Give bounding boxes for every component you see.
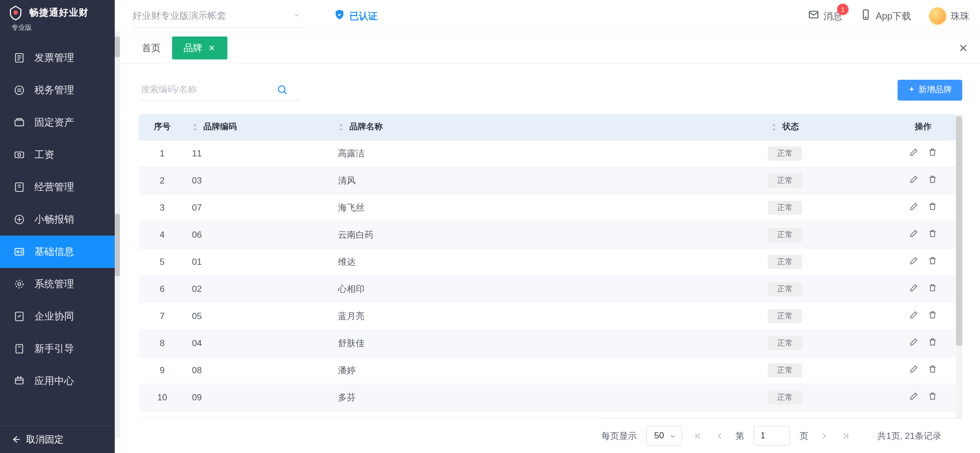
cell-code: 08 [186, 357, 332, 384]
svg-point-16 [20, 377, 21, 378]
status-badge: 正常 [768, 309, 802, 323]
delete-icon[interactable] [928, 337, 937, 349]
pagination: 每页显示 50 第 页 [601, 418, 962, 453]
per-page-select[interactable]: 50 [646, 426, 682, 446]
delete-icon[interactable] [928, 391, 937, 403]
svg-point-11 [18, 283, 21, 286]
unpin-button[interactable]: 取消固定 [0, 425, 115, 453]
close-icon[interactable] [208, 44, 216, 52]
close-all-tabs-button[interactable] [954, 39, 973, 57]
table-wrap: 序号 品牌编码 品牌名称 状态 [139, 114, 962, 418]
tab-home[interactable]: 首页 [130, 36, 172, 59]
table-row[interactable]: 804舒肤佳正常 [139, 330, 962, 357]
sidebar-item-tax[interactable]: 税务管理 [0, 74, 115, 106]
messages-button[interactable]: 消息 1 [808, 9, 842, 23]
account-select[interactable]: 好业财专业版演示帐套 [130, 4, 303, 28]
sidebar-item-label: 工资 [34, 148, 54, 162]
table-row[interactable]: 307海飞丝正常 [139, 194, 962, 222]
delete-icon[interactable] [928, 364, 937, 376]
user-menu[interactable]: 珠珠 [929, 7, 970, 25]
prev-page-button[interactable] [713, 430, 726, 442]
sidebar-item-system[interactable]: 系统管理 [0, 268, 115, 300]
messages-badge: 1 [837, 4, 849, 15]
cell-code: 03 [186, 167, 332, 194]
col-name[interactable]: 品牌名称 [332, 114, 686, 140]
col-name-label: 品牌名称 [349, 122, 383, 131]
app-download-button[interactable]: App下载 [860, 9, 911, 23]
edit-icon[interactable] [909, 175, 918, 187]
cell-seq: 9 [139, 357, 186, 384]
edit-icon[interactable] [909, 337, 918, 349]
cell-ops [884, 167, 962, 194]
sidebar-item-basic[interactable]: 基础信息 [0, 236, 115, 268]
table-row[interactable]: 705蓝月亮正常 [139, 303, 962, 330]
sidebar-item-reimburse[interactable]: 小畅报销 [0, 203, 115, 236]
cell-code: 04 [186, 330, 332, 357]
status-badge: 正常 [768, 336, 802, 350]
topbar: 好业财专业版演示帐套 已认证 消息 1 [115, 0, 980, 32]
delete-icon[interactable] [928, 229, 937, 241]
toolbar: 新增品牌 [115, 75, 980, 114]
edit-icon[interactable] [909, 148, 918, 160]
sidebar-item-appcenter[interactable]: 应用中心 [0, 365, 115, 397]
edit-icon[interactable] [909, 202, 918, 214]
cell-seq: 8 [139, 330, 186, 357]
edit-icon[interactable] [909, 283, 918, 295]
status-badge: 正常 [768, 228, 802, 242]
edit-icon[interactable] [909, 391, 918, 403]
cell-seq: 2 [139, 167, 186, 194]
col-status[interactable]: 状态 [686, 114, 884, 140]
first-page-button[interactable] [692, 430, 704, 442]
delete-icon[interactable] [928, 202, 937, 214]
table-row[interactable]: 111高露洁正常 [139, 140, 962, 167]
collab-icon [14, 311, 25, 322]
sidebar-item-label: 新手引导 [34, 342, 74, 356]
table-scrollbar-thumb[interactable] [956, 116, 962, 346]
table-row[interactable]: 908潘婷正常 [139, 357, 962, 384]
sidebar-item-asset[interactable]: 固定资产 [0, 106, 115, 139]
page-input[interactable] [754, 426, 790, 446]
content: 新增品牌 序号 品牌编码 [115, 64, 980, 453]
svg-rect-3 [15, 120, 24, 126]
edit-icon[interactable] [909, 229, 918, 241]
sidebar-item-salary[interactable]: 工资 [0, 139, 115, 171]
cell-ops [884, 140, 962, 167]
status-badge: 正常 [768, 174, 802, 188]
last-page-button[interactable] [840, 430, 852, 442]
delete-icon[interactable] [928, 310, 937, 322]
table-row[interactable]: 406云南白药正常 [139, 222, 962, 249]
sidebar-item-collab[interactable]: 企业协同 [0, 300, 115, 333]
tab-brand[interactable]: 品牌 [172, 36, 227, 59]
edit-icon[interactable] [909, 256, 918, 268]
next-page-button[interactable] [818, 430, 830, 442]
table-row[interactable]: 602心相印正常 [139, 276, 962, 303]
edit-icon[interactable] [909, 310, 918, 322]
sidebar-item-label: 经营管理 [34, 180, 74, 194]
edit-icon[interactable] [909, 364, 918, 376]
table-row[interactable]: 203清风正常 [139, 167, 962, 194]
sidebar-scrollbar-thumb[interactable] [115, 214, 120, 276]
delete-icon[interactable] [928, 175, 937, 187]
table-row[interactable]: 1009多芬正常 [139, 384, 962, 411]
add-brand-button[interactable]: 新增品牌 [898, 80, 962, 101]
search-icon[interactable] [274, 82, 290, 97]
sort-icon [338, 124, 344, 131]
delete-icon[interactable] [928, 148, 937, 160]
table-row[interactable]: 501维达正常 [139, 249, 962, 276]
delete-icon[interactable] [928, 283, 937, 295]
svg-point-5 [18, 153, 21, 156]
cell-status: 正常 [686, 222, 884, 249]
delete-icon[interactable] [928, 256, 937, 268]
asset-icon [14, 117, 25, 128]
system-icon [14, 278, 25, 290]
col-code[interactable]: 品牌编码 [186, 114, 332, 140]
search-input[interactable] [139, 79, 274, 100]
cell-status: 正常 [686, 167, 884, 194]
brand-logo-icon [7, 4, 24, 21]
sidebar-item-guide[interactable]: 新手引导 [0, 333, 115, 365]
tabsbar: 首页 品牌 [115, 32, 980, 64]
sidebar-item-invoice[interactable]: 发票管理 [0, 42, 115, 74]
cell-name: 高露洁 [332, 140, 686, 167]
sidebar-item-operate[interactable]: 经营管理 [0, 171, 115, 203]
brand: 畅捷通好业财 [0, 0, 115, 23]
